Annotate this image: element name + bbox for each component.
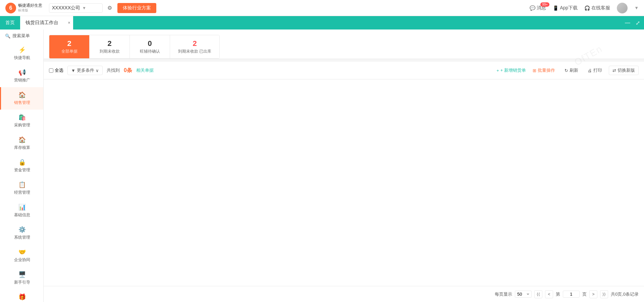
- refresh-icon: ↻: [565, 68, 568, 73]
- batch-operation-button[interactable]: ⊞ 批量操作: [530, 66, 558, 75]
- company-name: XXXXXX公司: [52, 5, 80, 11]
- sidebar-item-inventory[interactable]: 🏠 库存核算: [0, 132, 43, 155]
- sidebar-item-guide[interactable]: 🖥️ 新手引导: [0, 267, 43, 289]
- refresh-label: 刷新: [570, 67, 578, 73]
- toolbar-right: + + 新增销货单 ⊞ 批量操作 ↻ 刷新 🖨 打印 ⇄ 切换新版: [496, 66, 639, 75]
- app-download-action[interactable]: 📱 App下载: [553, 5, 578, 11]
- online-service-icon: 🎧: [584, 5, 590, 11]
- enterprise-icon: 🤝: [18, 248, 26, 256]
- current-page-input[interactable]: [563, 291, 580, 298]
- search-menu-item[interactable]: 🔍 搜索菜单: [0, 29, 43, 42]
- pagination: 每页显示 10 20 50 100 ⟨⟨ < 第 页 > ⟩⟩ 共0页,0条记录: [44, 286, 644, 302]
- per-page-label: 每页显示: [495, 291, 512, 297]
- stats-tab-shipped-label: 到期未收款 已出库: [178, 49, 211, 54]
- search-icon: 🔍: [5, 34, 10, 39]
- user-name-display[interactable]: ▼: [634, 5, 639, 10]
- filter-button[interactable]: ▼ 更多条件 ∨: [67, 66, 103, 75]
- sidebar-item-label: 库存核算: [14, 145, 30, 150]
- top-header: 6 畅捷通好生意 标准版 XXXXXX公司 ▼ ⚙ 体验行业方案 💬 消息 99…: [0, 0, 644, 16]
- trial-button[interactable]: 体验行业方案: [117, 3, 156, 13]
- select-all-input[interactable]: [49, 68, 53, 73]
- stats-tab-overdue-label: 到期未收款: [98, 49, 121, 54]
- sidebar-item-operations[interactable]: 📋 经营管理: [0, 177, 43, 199]
- refresh-button[interactable]: ↻ 刷新: [562, 66, 581, 75]
- message-action[interactable]: 💬 消息 99+: [530, 5, 546, 11]
- username-text: ▼: [634, 5, 639, 10]
- tab-cash-flow[interactable]: 钱货日清工作台 ×: [20, 16, 73, 29]
- app-center-icon: 🎁: [18, 293, 26, 301]
- page-label: 第: [556, 291, 560, 297]
- logo-text-area: 畅捷通好生意 标准版: [18, 3, 42, 13]
- sidebar-item-system[interactable]: ⚙️ 系统管理: [0, 222, 43, 244]
- tab-home[interactable]: 首页: [0, 16, 20, 29]
- toolbar: 全选 ▼ 更多条件 ∨ 共找到 0条 相关单据 + + 新增销货单 ⊞ 批量操作: [44, 62, 644, 79]
- stats-tab-shipped-count: 2: [178, 39, 211, 48]
- stats-tab-shipped[interactable]: 2 到期未收款 已出库: [170, 35, 219, 58]
- guide-icon: 🖥️: [18, 271, 26, 278]
- prev-page-button[interactable]: <: [545, 290, 553, 298]
- switch-new-version-button[interactable]: ⇄ 切换新版: [609, 66, 639, 75]
- sidebar-item-basic-info[interactable]: 📊 基础信息: [0, 199, 43, 222]
- quick-nav-icon: ⚡: [18, 46, 26, 54]
- filter-label: 更多条件: [77, 67, 94, 73]
- search-menu-label: 搜索菜单: [12, 33, 30, 39]
- purchase-icon: 🛍️: [18, 114, 26, 121]
- inventory-icon: 🏠: [18, 136, 26, 143]
- next-page-button[interactable]: >: [589, 290, 597, 298]
- app-download-label: App下载: [560, 5, 578, 11]
- logo-text: 畅捷通好生意: [18, 3, 42, 8]
- stats-tab-all-label: 全部单据: [57, 49, 81, 54]
- sidebar-item-label: 销售管理: [14, 100, 30, 106]
- stats-tab-overdue-collect[interactable]: 2 到期未收款: [90, 35, 130, 58]
- add-sales-order-button[interactable]: + + 新增销货单: [496, 67, 526, 73]
- stats-tab-wangfu-count: 0: [138, 39, 162, 48]
- batch-icon: ⊞: [533, 68, 536, 73]
- stats-tab-all-count: 2: [57, 39, 81, 48]
- message-badge: 99+: [540, 2, 549, 7]
- finance-icon: 🔒: [18, 159, 26, 166]
- sidebar-item-marketing[interactable]: 📢 营销推广: [0, 65, 43, 87]
- tab-right-controls: — ⤢: [624, 18, 644, 27]
- sidebar-item-label: 企业协同: [14, 257, 30, 263]
- main-layout: 🔍 搜索菜单 ⚡ 快捷导航 📢 营销推广 🏠 销售管理 🛍️ 采购管理 🏠 库存…: [0, 29, 644, 302]
- sidebar-item-sales[interactable]: 🏠 销售管理: [0, 87, 43, 110]
- sidebar-item-quick-nav[interactable]: ⚡ 快捷导航: [0, 42, 43, 65]
- related-link[interactable]: 相关单据: [136, 67, 154, 73]
- batch-label: 批量操作: [538, 67, 555, 73]
- stats-tab-all[interactable]: 2 全部单据: [49, 35, 90, 58]
- sidebar-item-purchase[interactable]: 🛍️ 采购管理: [0, 110, 43, 132]
- sidebar-item-label: 营销推广: [14, 77, 30, 83]
- sidebar-item-label: 采购管理: [14, 122, 30, 128]
- sidebar-item-label: 资金管理: [14, 167, 30, 173]
- app-download-icon: 📱: [553, 5, 558, 11]
- avatar-placeholder: [617, 3, 628, 13]
- filter-arrow-icon: ∨: [96, 68, 99, 73]
- print-button[interactable]: 🖨 打印: [585, 66, 605, 75]
- per-page-select[interactable]: 10 20 50 100: [515, 291, 532, 298]
- sidebar-item-label: 快捷导航: [14, 55, 30, 61]
- sidebar-item-label: 经营管理: [14, 190, 30, 195]
- select-all-checkbox[interactable]: 全选: [49, 67, 63, 73]
- logo-sub: 标准版: [18, 8, 42, 13]
- header-right: 💬 消息 99+ 📱 App下载 🎧 在线客服 ▼: [530, 3, 639, 13]
- tab-expand-icon[interactable]: ⤢: [634, 18, 641, 27]
- sidebar-item-finance[interactable]: 🔒 资金管理: [0, 155, 43, 177]
- online-service-label: 在线客服: [591, 5, 610, 11]
- sidebar-item-enterprise[interactable]: 🤝 企业协同: [0, 244, 43, 267]
- last-page-button[interactable]: ⟩⟩: [600, 290, 608, 298]
- company-selector[interactable]: XXXXXX公司 ▼: [49, 3, 103, 13]
- print-label: 打印: [593, 67, 602, 73]
- sidebar-item-app-center[interactable]: 🎁 应用中心: [0, 289, 43, 302]
- first-page-button[interactable]: ⟨⟨: [534, 290, 542, 298]
- sidebar-item-label: 新手引导: [14, 280, 30, 285]
- add-icon: +: [496, 68, 499, 73]
- settings-icon[interactable]: ⚙: [106, 3, 113, 12]
- tab-close-icon[interactable]: ×: [66, 20, 72, 25]
- company-arrow: ▼: [82, 6, 86, 10]
- stats-tab-wangfu[interactable]: 0 旺辅待确认: [130, 35, 170, 58]
- switch-label: 切换新版: [618, 67, 635, 73]
- online-service-action[interactable]: 🎧 在线客服: [584, 5, 610, 11]
- user-avatar[interactable]: [617, 3, 628, 13]
- sidebar: 🔍 搜索菜单 ⚡ 快捷导航 📢 营销推广 🏠 销售管理 🛍️ 采购管理 🏠 库存…: [0, 29, 44, 302]
- tab-minimize-icon[interactable]: —: [624, 18, 632, 27]
